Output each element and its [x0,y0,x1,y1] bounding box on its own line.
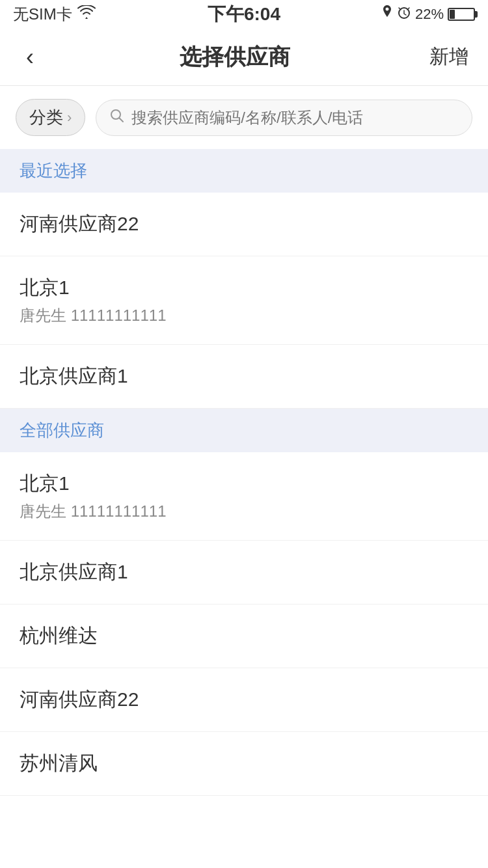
item-name: 北京1 [20,470,468,497]
status-left: 无SIM卡 [13,4,96,25]
search-box [96,100,472,136]
wifi-icon [77,5,96,23]
status-time: 下午6:04 [208,2,280,27]
chevron-right-icon: › [67,109,72,126]
status-bar: 无SIM卡 下午6:04 22% [0,0,488,29]
list-item[interactable]: 北京1唐先生 11111111111 [0,452,488,541]
item-name: 苏州清风 [20,750,468,777]
list-item[interactable]: 北京供应商1 [0,541,488,604]
all-section-label: 全部供应商 [20,420,104,440]
list-item[interactable]: 苏州清风 [0,732,488,796]
item-name: 河南供应商22 [20,686,468,713]
recent-list: 河南供应商22北京1唐先生 11111111111北京供应商1 [0,193,488,409]
all-section-header: 全部供应商 [0,409,488,452]
carrier-text: 无SIM卡 [13,4,72,25]
category-button[interactable]: 分类 › [16,99,85,136]
item-name: 北京1 [20,275,468,301]
item-name: 北京供应商1 [20,363,468,390]
search-input[interactable] [131,109,459,127]
list-item[interactable]: 北京供应商1 [0,345,488,409]
recent-section-label: 最近选择 [20,161,87,180]
list-item[interactable]: 杭州维达 [0,604,488,668]
page-title: 选择供应商 [180,42,290,72]
battery-percentage: 22% [415,6,444,23]
recent-section-header: 最近选择 [0,149,488,193]
alarm-icon [397,5,411,23]
all-list: 北京1唐先生 11111111111北京供应商1杭州维达河南供应商22苏州清风 [0,452,488,796]
back-button[interactable]: ‹ [20,37,40,77]
list-item[interactable]: 河南供应商22 [0,193,488,256]
item-sub: 唐先生 11111111111 [20,305,468,326]
item-name: 河南供应商22 [20,211,468,237]
status-right: 22% [381,5,475,23]
item-name: 杭州维达 [20,623,468,649]
add-button[interactable]: 新增 [429,44,468,70]
category-label: 分类 [29,106,63,129]
filter-bar: 分类 › [0,86,488,149]
location-icon [381,5,393,23]
item-name: 北京供应商1 [20,559,468,586]
search-icon [109,108,125,128]
battery-icon [448,8,475,21]
nav-bar: ‹ 选择供应商 新增 [0,29,488,86]
list-item[interactable]: 北京1唐先生 11111111111 [0,256,488,345]
item-sub: 唐先生 11111111111 [20,501,468,522]
list-item[interactable]: 河南供应商22 [0,668,488,732]
